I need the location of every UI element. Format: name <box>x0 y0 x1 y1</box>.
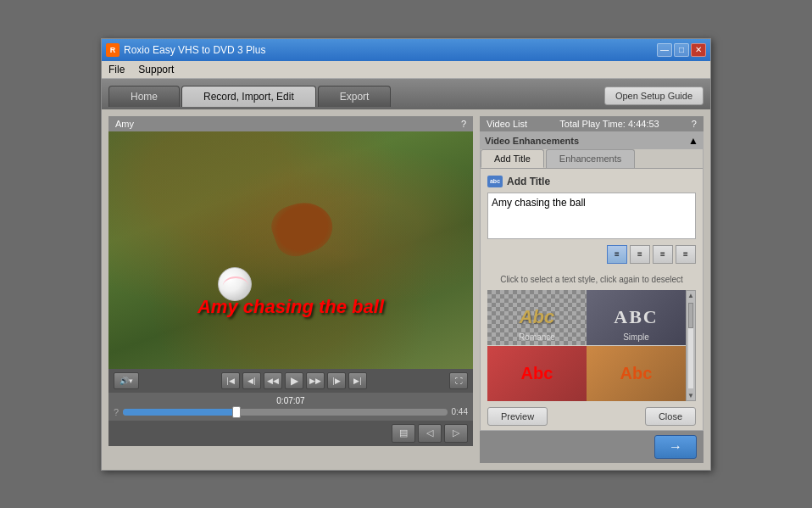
next-clip-button[interactable]: ▷ <box>444 424 468 443</box>
open-setup-guide-button[interactable]: Open Setup Guide <box>604 87 704 105</box>
simple-label: Simple <box>587 332 686 342</box>
window-title: Roxio Easy VHS to DVD 3 Plus <box>124 44 265 56</box>
close-button[interactable]: Close <box>645 407 696 426</box>
align-right-button[interactable]: ≡ <box>653 245 673 264</box>
enhancements-tabs: Add Title Enhancements <box>481 149 703 169</box>
style-orange[interactable]: Abc <box>587 346 686 401</box>
tab-enhancements[interactable]: Enhancements <box>546 149 635 168</box>
prev-clip-button[interactable]: ◁ <box>418 424 442 443</box>
seek-fill <box>123 409 236 416</box>
subtitle-button[interactable]: ▤ <box>392 424 415 443</box>
tab-add-title[interactable]: Add Title <box>481 149 544 168</box>
play-button[interactable]: ▶ <box>285 372 303 389</box>
close-button[interactable]: ✕ <box>691 43 706 57</box>
scroll-track <box>687 302 694 389</box>
video-list-header: Video List Total Play Time: 4:44:53 ? <box>480 116 704 131</box>
enhancements-label: Video Enhancements <box>485 136 579 146</box>
scroll-up-icon[interactable]: ▲ <box>687 291 695 300</box>
tab-export[interactable]: Export <box>318 86 392 107</box>
video-background <box>108 131 473 369</box>
style-red[interactable]: Abc <box>487 346 587 401</box>
add-title-label: Add Title <box>507 176 550 187</box>
right-panel: Video List Total Play Time: 4:44:53 ? Vi… <box>480 116 704 463</box>
next-button[interactable]: → <box>654 435 697 459</box>
fast-forward-button[interactable]: ▶▶ <box>306 372 325 389</box>
style-thumbnails-container: Abc Romance Abc ABC Simple <box>487 290 696 401</box>
add-title-icon: abc <box>487 176 503 187</box>
red-preview-text: Abc <box>521 364 553 383</box>
maximize-button[interactable]: □ <box>674 43 689 57</box>
styles-scrollbar: ▲ ▼ <box>686 290 696 401</box>
title-input[interactable]: Amy chasing the ball <box>487 193 696 239</box>
total-play-time: Total Play Time: 4:44:53 <box>559 119 659 129</box>
content-area: Amy ? Amy chasing the ball 🔊▾ |◀ ◀| ◀◀ ▶ <box>102 109 710 470</box>
style-col-right: ABC Simple Abc <box>587 290 686 401</box>
minimize-button[interactable]: — <box>657 43 672 57</box>
fullscreen-button[interactable]: ⛶ <box>449 372 468 389</box>
video-list-help-icon[interactable]: ? <box>692 119 697 129</box>
seek-bar[interactable] <box>123 409 447 416</box>
scroll-thumb[interactable] <box>688 303 693 328</box>
file-menu[interactable]: File <box>106 63 127 76</box>
goto-end-button[interactable]: ▶| <box>348 372 367 389</box>
title-buttons: — □ ✕ <box>657 43 706 57</box>
title-bar-left: R Roxio Easy VHS to DVD 3 Plus <box>106 43 265 57</box>
align-justify-button[interactable]: ≡ <box>676 245 696 264</box>
title-bar: R Roxio Easy VHS to DVD 3 Plus — □ ✕ <box>102 39 710 61</box>
main-window: R Roxio Easy VHS to DVD 3 Plus — □ ✕ Fil… <box>101 38 711 471</box>
time-remaining-label: 0:44 <box>452 407 468 416</box>
step-back-button[interactable]: ◀| <box>242 372 261 389</box>
menu-bar: File Support <box>102 61 710 79</box>
enhancements-collapse-icon[interactable]: ▲ <box>688 135 698 147</box>
app-icon: R <box>106 43 120 57</box>
timeline: 0:07:07 ? 0:44 <box>108 393 473 421</box>
align-center-button[interactable]: ≡ <box>630 245 650 264</box>
orange-preview-text: Abc <box>620 364 653 383</box>
next-bar: → <box>480 431 704 463</box>
format-buttons: ≡ ≡ ≡ ≡ <box>487 245 696 264</box>
add-title-header: abc Add Title <box>487 176 696 187</box>
seek-handle[interactable] <box>232 406 241 418</box>
video-panel: Amy ? Amy chasing the ball 🔊▾ |◀ ◀| ◀◀ ▶ <box>108 116 473 463</box>
action-buttons-row: Preview Close <box>481 403 703 430</box>
tab-home[interactable]: Home <box>108 86 180 107</box>
romance-preview-text: Abc <box>520 306 555 328</box>
video-overlay-text: Amy chasing the ball <box>197 296 384 318</box>
style-simple[interactable]: ABC Simple <box>587 290 686 345</box>
video-title: Amy <box>115 119 134 129</box>
tab-record-import-edit[interactable]: Record, Import, Edit <box>181 86 316 107</box>
style-instruction: Click to select a text style, click agai… <box>481 275 703 284</box>
rewind-button[interactable]: ◀◀ <box>264 372 282 389</box>
video-container: Amy chasing the ball <box>108 131 473 369</box>
romance-label: Romance <box>487 332 587 342</box>
simple-preview-text: ABC <box>614 306 658 328</box>
next-arrow-icon: → <box>669 439 682 455</box>
goto-start-button[interactable]: |◀ <box>221 372 240 389</box>
enhancements-header: Video Enhancements ▲ <box>481 132 703 149</box>
time-display: 0:07:07 <box>114 396 468 405</box>
preview-button[interactable]: Preview <box>487 407 548 426</box>
video-label-bar: Amy ? <box>108 116 473 131</box>
video-controls: 🔊▾ |◀ ◀| ◀◀ ▶ ▶▶ |▶ ▶| ⛶ <box>108 369 473 393</box>
video-help-icon[interactable]: ? <box>461 119 466 129</box>
add-title-section: abc Add Title Amy chasing the ball ≡ ≡ ≡… <box>481 169 703 271</box>
volume-button[interactable]: 🔊▾ <box>114 372 139 389</box>
style-col-left: Abc Romance Abc <box>487 290 587 401</box>
scroll-down-icon[interactable]: ▼ <box>687 391 695 400</box>
timeline-help-icon[interactable]: ? <box>114 407 119 417</box>
nav-bar: Home Record, Import, Edit Export Open Se… <box>102 79 710 109</box>
support-menu[interactable]: Support <box>136 63 176 76</box>
style-romance[interactable]: Abc Romance <box>487 290 587 345</box>
align-left-button[interactable]: ≡ <box>607 245 627 264</box>
seek-bar-container: ? 0:44 <box>114 407 468 417</box>
video-list-label: Video List <box>487 119 527 129</box>
enhancements-panel: Video Enhancements ▲ Add Title Enhanceme… <box>480 131 704 431</box>
step-forward-button[interactable]: |▶ <box>327 372 346 389</box>
bottom-bar: ▤ ◁ ▷ <box>108 421 473 446</box>
